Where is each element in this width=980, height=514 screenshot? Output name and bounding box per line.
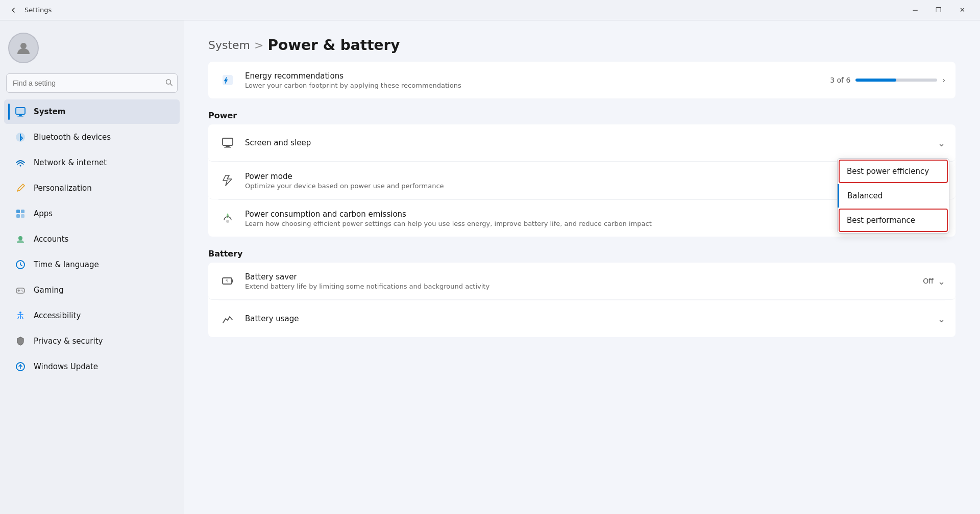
power-mode-text: Power mode Optimize your device based on… <box>245 172 892 190</box>
content-area: System > Power & battery Energy recommen… <box>184 20 980 514</box>
close-button[interactable]: ✕ <box>950 0 974 20</box>
battery-saver-title: Battery saver <box>245 272 915 281</box>
screen-sleep-row[interactable]: Screen and sleep ⌄ <box>208 124 955 162</box>
update-icon <box>14 361 27 373</box>
svg-rect-3 <box>16 108 25 114</box>
battery-section: Battery saver Extend battery life by lim… <box>208 263 955 337</box>
sidebar-item-personalization-label: Personalization <box>34 184 92 193</box>
svg-point-17 <box>21 290 22 291</box>
system-icon <box>14 106 27 118</box>
sidebar-item-privacy-label: Privacy & security <box>34 337 103 346</box>
battery-saver-chevron[interactable]: ⌄ <box>938 276 945 287</box>
screen-sleep-chevron[interactable]: ⌄ <box>938 138 945 148</box>
svg-point-18 <box>22 291 23 292</box>
sidebar-item-gaming-label: Gaming <box>34 286 64 295</box>
titlebar: Settings ─ ❐ ✕ <box>0 0 980 20</box>
power-consumption-title: Power consumption and carbon emissions <box>245 210 930 219</box>
titlebar-title: Settings <box>24 6 52 14</box>
screen-sleep-right: ⌄ <box>938 138 945 148</box>
privacy-icon <box>14 335 27 347</box>
power-consumption-desc: Learn how choosing efficient power setti… <box>245 220 930 227</box>
dropdown-option-balanced[interactable]: Balanced <box>838 184 949 208</box>
svg-rect-11 <box>21 214 24 218</box>
svg-rect-8 <box>16 210 20 213</box>
sidebar-item-accounts[interactable]: Accounts <box>4 227 180 251</box>
svg-point-12 <box>18 236 22 240</box>
sidebar-item-network-label: Network & internet <box>34 158 107 167</box>
maximize-button[interactable]: ❐ <box>927 0 950 20</box>
svg-rect-9 <box>21 210 24 213</box>
sidebar: System Bluetooth & devices <box>0 20 184 514</box>
svg-rect-24 <box>224 147 231 148</box>
power-mode-dropdown: Best power efficiency Balanced Best perf… <box>837 158 949 234</box>
sidebar-item-personalization[interactable]: Personalization <box>4 176 180 200</box>
back-button[interactable] <box>6 3 20 17</box>
energy-chevron-right[interactable]: › <box>942 76 945 84</box>
dropdown-option-best-performance[interactable]: Best performance <box>839 209 948 232</box>
dropdown-option-best-power-efficiency[interactable]: Best power efficiency <box>839 160 948 183</box>
avatar <box>8 33 39 63</box>
energy-card-row[interactable]: Energy recommendations Lower your carbon… <box>208 62 955 98</box>
progress-bar-background <box>855 79 937 82</box>
svg-rect-22 <box>223 138 233 145</box>
screen-sleep-title: Screen and sleep <box>245 138 929 147</box>
energy-title: Energy recommendations <box>245 71 822 81</box>
battery-usage-icon <box>218 310 237 328</box>
progress-bar-fill <box>855 79 896 82</box>
sidebar-profile <box>0 29 184 73</box>
power-consumption-icon <box>218 209 237 227</box>
sidebar-item-gaming[interactable]: Gaming <box>4 278 180 302</box>
sidebar-item-accounts-label: Accounts <box>34 235 68 244</box>
battery-saver-icon <box>218 272 237 290</box>
sidebar-item-bluetooth[interactable]: Bluetooth & devices <box>4 125 180 149</box>
sidebar-item-system-label: System <box>34 107 65 116</box>
energy-progress: 3 of 6 › <box>830 76 945 84</box>
svg-point-7 <box>20 165 21 167</box>
breadcrumb-current: Power & battery <box>267 37 400 54</box>
sidebar-item-update-label: Windows Update <box>34 362 98 371</box>
sidebar-item-accessibility[interactable]: Accessibility <box>4 303 180 328</box>
gaming-icon <box>14 284 27 296</box>
minimize-button[interactable]: ─ <box>903 0 927 20</box>
accessibility-icon <box>14 310 27 322</box>
search-container <box>6 73 178 93</box>
screen-sleep-text: Screen and sleep <box>245 138 929 147</box>
sidebar-item-privacy[interactable]: Privacy & security <box>4 329 180 353</box>
sidebar-item-time-label: Time & language <box>34 260 99 269</box>
sidebar-item-system[interactable]: System <box>4 99 180 124</box>
sidebar-item-time[interactable]: Time & language <box>4 252 180 277</box>
sidebar-item-apps[interactable]: Apps <box>4 201 180 226</box>
svg-rect-4 <box>19 115 22 116</box>
search-icon <box>165 79 173 88</box>
sidebar-item-bluetooth-label: Bluetooth & devices <box>34 133 111 142</box>
svg-line-2 <box>170 84 173 86</box>
energy-card-text: Energy recommendations Lower your carbon… <box>245 71 822 89</box>
svg-point-25 <box>226 220 229 223</box>
window-controls: ─ ❐ ✕ <box>903 0 974 20</box>
breadcrumb: System > Power & battery <box>208 37 955 54</box>
battery-usage-row[interactable]: Battery usage ⌄ <box>208 300 955 337</box>
breadcrumb-separator: > <box>254 39 263 52</box>
breadcrumb-parent[interactable]: System <box>208 39 250 52</box>
search-input[interactable] <box>6 73 178 93</box>
battery-saver-row[interactable]: Battery saver Extend battery life by lim… <box>208 263 955 300</box>
battery-usage-title: Battery usage <box>245 314 929 323</box>
energy-desc: Lower your carbon footprint by applying … <box>245 82 822 89</box>
sidebar-item-update[interactable]: Windows Update <box>4 354 180 379</box>
energy-icon <box>218 71 237 89</box>
battery-usage-chevron[interactable]: ⌄ <box>938 314 945 324</box>
battery-saver-text: Battery saver Extend battery life by lim… <box>245 272 915 290</box>
sidebar-item-network[interactable]: Network & internet <box>4 150 180 175</box>
battery-usage-text: Battery usage <box>245 314 929 323</box>
power-consumption-text: Power consumption and carbon emissions L… <box>245 210 930 227</box>
time-icon <box>14 259 27 271</box>
svg-rect-21 <box>223 75 233 85</box>
power-mode-desc: Optimize your device based on power use … <box>245 182 892 190</box>
battery-section-label: Battery <box>208 249 955 259</box>
energy-recommendations-card: Energy recommendations Lower your carbon… <box>208 62 955 98</box>
sidebar-nav: System Bluetooth & devices <box>0 99 184 379</box>
sidebar-item-accessibility-label: Accessibility <box>34 311 81 320</box>
progress-text: 3 of 6 <box>830 76 850 84</box>
battery-saver-status: Off <box>923 277 934 285</box>
power-section-label: Power <box>208 111 955 120</box>
